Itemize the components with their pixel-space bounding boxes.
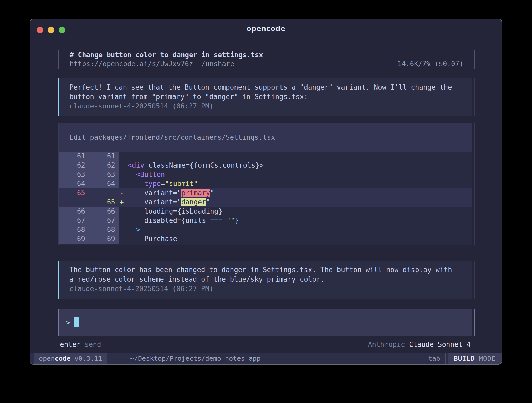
old-line-number: 63 [59,170,89,179]
diff-code-line: type="submit" [119,179,472,188]
enter-key-label: enter [60,340,80,348]
mode-chunk: BUILD MODE [448,353,502,364]
diff-file-title: Edit packages/frontend/src/containers/Se… [59,123,472,152]
provider-label: Anthropic [368,340,405,348]
diff-rows: 61616262 <div className={formCs.controls… [59,152,472,245]
statusbar-divider [445,353,446,364]
diff-row: 65- variant="primary" [59,188,472,198]
diff-code-line: > [119,225,472,234]
diff-code-line: Purchase [119,234,472,244]
edit-diff-card: Edit packages/frontend/src/containers/Se… [58,123,475,245]
unshare-command[interactable]: /unshare [201,60,234,68]
app-name-code: code [55,355,70,362]
new-line-number: 64 [89,179,119,188]
mode-build-label: BUILD [454,355,475,362]
hint-row: enter send Anthropic Claude Sonnet 4 [58,340,475,348]
text-cursor[interactable] [74,317,79,327]
prompt-chevron: > [66,317,70,328]
diff-row: 65+ variant="danger" [59,198,472,207]
new-line-number: 61 [89,152,119,161]
send-hint: enter send [60,340,101,348]
status-bar: opencode v0.3.11 ~/Desktop/Projects/demo… [30,353,502,364]
old-line-number: 67 [59,216,89,225]
old-line-number: 61 [59,152,89,161]
new-line-number: 66 [89,207,119,216]
diff-row: 6363 <Button [59,170,472,179]
share-url-line: https://opencode.ai/s/UwJxv76z /unshare [70,59,234,68]
tab-key-hint: tab [428,355,440,362]
diff-code-line: loading={isLoading} [119,207,472,216]
assistant-message: The button color has been changed to dan… [58,261,475,299]
old-line-number: 65 [59,188,89,198]
app-version: v0.3.11 [75,355,102,362]
new-line-number: 69 [89,234,119,244]
assistant-message: Perfect! I can see that the Button compo… [58,78,475,116]
diff-row: 6161 [59,152,472,161]
working-directory: ~/Desktop/Projects/demo-notes-app [130,355,261,362]
assistant-message-text: Perfect! I can see that the Button compo… [69,82,472,101]
old-line-number: 68 [59,225,89,234]
old-line-number: 62 [59,161,89,170]
old-line-number: 64 [59,179,89,188]
send-label: send [85,340,101,348]
window-title: opencode [30,24,502,33]
prompt-input[interactable]: > [58,309,475,336]
new-line-number: 67 [89,216,119,225]
opencode-window: opencode # Change button color to danger… [30,19,502,365]
new-line-number: 62 [89,161,119,170]
old-line-number: 66 [59,207,89,216]
model-indicator: Anthropic Claude Sonnet 4 [368,340,471,348]
session-title: # Change button color to danger in setti… [70,50,463,59]
app-name-open: open [39,355,55,362]
assistant-message-meta: claude-sonnet-4-20250514 (06:27 PM) [69,101,472,111]
diff-row: 6262 <div className={formCs.controls}> [59,161,472,170]
diff-code-line: <div className={formCs.controls}> [119,161,472,170]
diff-row: 6767 disabled={units === ""} [59,216,472,225]
diff-row: 6464 type="submit" [59,179,472,188]
diff-row: 6969 Purchase [59,234,472,244]
diff-code-line: - variant="primary" [119,188,472,198]
model-label: Claude Sonnet 4 [409,340,471,348]
titlebar: opencode [30,19,502,38]
old-line-number: 69 [59,234,89,244]
old-line-number [59,198,89,207]
diff-code-line: disabled={units === ""} [119,216,472,225]
diff-row: 6666 loading={isLoading} [59,207,472,216]
share-url[interactable]: https://opencode.ai/s/UwJxv76z [70,60,193,68]
assistant-message-meta: claude-sonnet-4-20250514 (06:27 PM) [69,284,472,293]
token-cost-stats: 14.6K/7% ($0.07) [398,59,463,68]
diff-code-line: + variant="danger" [119,198,472,207]
diff-row: 6868 > [59,225,472,234]
new-line-number: 68 [89,225,119,234]
diff-code-line: <Button [119,170,472,179]
session-header: # Change button color to danger in setti… [58,50,475,69]
app-version-chunk: opencode v0.3.11 [34,353,107,364]
new-line-number: 63 [89,170,119,179]
diff-code-line [119,152,472,161]
assistant-message-text: The button color has been changed to dan… [69,265,472,284]
mode-word-label: MODE [479,355,496,362]
new-line-number: 65 [89,198,119,207]
new-line-number [89,188,119,198]
